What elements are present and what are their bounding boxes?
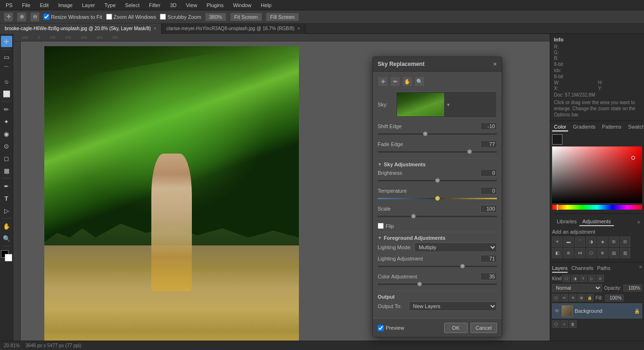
menu-window[interactable]: Window [231,2,253,8]
shift-edge-thumb[interactable] [423,131,428,136]
tab-inactive[interactable]: clarise-meyer-HoYIncR3AQ8-unsplash.jpg @… [162,24,305,34]
adj-curves-icon[interactable]: ⌒ [575,236,585,247]
modal-close-button[interactable]: × [493,61,497,67]
color-adj-value[interactable] [480,273,497,280]
layers-tab-channels[interactable]: Channels [571,264,593,273]
color-adj-slider[interactable] [378,281,497,287]
brightness-value[interactable] [480,169,497,177]
tab-close-2[interactable]: × [297,26,300,31]
layer-eye-icon[interactable]: 👁 [554,308,560,314]
lock-transparent-icon[interactable]: ⬡ [552,294,560,301]
fade-edge-value[interactable] [480,140,497,148]
tool-eyedropper[interactable]: ✏ [1,104,12,115]
tool-gradient[interactable]: ▦ [1,165,12,176]
adj-threshold-icon[interactable]: ▥ [620,248,630,258]
lighting-mode-select[interactable]: Multiply Screen Luminosity [414,243,497,252]
menu-ps[interactable]: PS [4,2,15,8]
scrubby-zoom-checkbox[interactable]: Scrubby Zoom [160,14,201,20]
tab-close-1[interactable]: × [154,26,157,31]
opacity-input[interactable] [623,285,642,292]
patterns-tab[interactable]: Patterns [600,123,623,131]
adj-vibrance-icon[interactable]: ◈ [597,236,608,247]
menu-edit[interactable]: Edit [38,2,50,8]
menu-plugins[interactable]: Plugins [205,2,225,8]
menu-select[interactable]: Select [123,2,141,8]
adj-channelmix-icon[interactable]: ⋈ [575,248,585,258]
options-icon1[interactable]: ⊕ [17,12,26,22]
tool-marquee[interactable]: ▭ [1,51,12,63]
adj-colorbalance-icon[interactable]: ⊟ [620,236,630,247]
sky-adjustments-header[interactable]: ▼ Sky Adjustments [378,162,497,167]
filter-type-icon[interactable]: T [579,275,587,282]
adj-colorlookup-icon[interactable]: ⬡ [586,248,596,258]
fade-edge-slider[interactable] [378,149,497,155]
menu-layer[interactable]: Layer [80,2,97,8]
new-group-btn[interactable]: ⬡ [552,320,560,328]
modal-zoom-icon[interactable]: 🔍 [414,76,425,87]
zoom-input[interactable] [205,13,226,21]
adj-hsl-icon[interactable]: ⊞ [609,236,619,247]
tool-healing[interactable]: ✦ [1,116,12,127]
color-adj-thumb[interactable] [417,282,422,286]
brightness-slider[interactable] [378,178,497,183]
tool-lasso[interactable]: ⌒ [1,64,12,75]
adj-invert-icon[interactable]: ⊕ [597,248,608,258]
temperature-slider[interactable] [378,195,497,201]
color-swatches[interactable] [1,250,12,261]
menu-image[interactable]: Image [56,2,74,8]
zoom-all-checkbox[interactable]: Zoom All Windows [106,14,156,20]
scale-thumb[interactable] [411,214,416,219]
libraries-tab[interactable]: Libraries [554,218,579,226]
adjustments-tab[interactable]: Adjustments [579,218,614,226]
tool-zoom[interactable]: 🔍 [1,233,12,244]
adj-brightness-icon[interactable]: ☀ [552,236,562,247]
flip-checkbox[interactable] [378,223,384,229]
adj-bw-icon[interactable]: ◧ [552,248,562,258]
tool-shape[interactable]: ▷ [1,205,12,216]
new-layer-btn[interactable]: + [561,320,568,328]
hue-bar[interactable] [552,205,642,210]
color-spectrum[interactable] [552,147,642,203]
delete-layer-btn[interactable]: 🗑 [569,320,577,328]
gradients-tab[interactable]: Gradients [571,123,597,131]
options-icon2[interactable]: ⊖ [30,12,40,22]
lock-all-icon[interactable]: 🔒 [586,294,594,301]
fill-screen-button[interactable]: Fill Screen [266,13,299,21]
ok-button[interactable]: OK [444,323,468,333]
tool-brush[interactable]: ◉ [1,128,12,139]
resize-windows-checkbox[interactable]: Resize Windows to Fit [43,14,102,20]
modal-brush-icon[interactable]: ✏ [390,76,400,87]
layers-menu-icon[interactable]: ≡ [639,264,642,273]
lighting-adj-slider[interactable] [378,263,497,269]
swatches-tab[interactable]: Swatches [626,123,644,131]
tool-move[interactable]: ✛ [1,36,12,47]
adj-photofilter-icon[interactable]: ⊗ [563,248,574,258]
layer-background[interactable]: 👁 Background 🔒 [552,303,642,318]
lighting-adj-thumb[interactable] [460,264,465,269]
filter-smart-icon[interactable]: ⊙ [596,275,604,282]
tool-pen[interactable]: ✒ [1,180,12,192]
layers-tab-layers[interactable]: Layers [552,264,568,273]
lock-pixels-icon[interactable]: ✏ [561,294,568,301]
tool-type[interactable]: T [1,193,12,204]
menu-3d[interactable]: 3D [168,2,178,8]
foreground-adjustments-header[interactable]: ▼ Foreground Adjustments [378,235,497,241]
tool-select-subject[interactable]: ⍉ [1,76,12,87]
sky-dropdown[interactable]: ▼ [396,91,497,118]
tool-eraser[interactable]: ◻ [1,153,12,164]
scale-slider[interactable] [378,213,497,219]
move-tool-icon[interactable]: ✛ [4,12,13,22]
fg-swatch[interactable] [552,134,562,145]
shift-edge-slider[interactable] [378,131,497,137]
lock-artboard-icon[interactable]: ⊞ [578,294,585,301]
menu-type[interactable]: Type [103,2,118,8]
tool-crop[interactable]: ⬜ [1,88,12,99]
adj-exposure-icon[interactable]: ◑ [586,236,596,247]
modal-hand-icon[interactable]: ✋ [402,76,413,87]
adj-levels-icon[interactable]: ▬ [563,236,574,247]
color-tab[interactable]: Color [552,123,568,131]
filter-pixel-icon[interactable]: ⬡ [562,275,570,282]
scale-value[interactable] [480,205,497,212]
background-color[interactable] [5,254,12,261]
lock-position-icon[interactable]: ✛ [569,294,577,301]
